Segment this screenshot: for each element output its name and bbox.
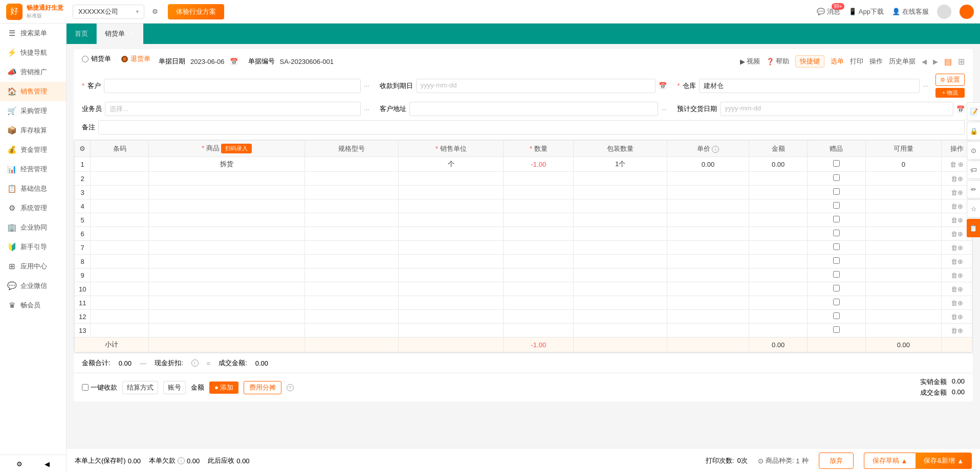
app-download-button[interactable]: 📱 App下载 xyxy=(848,7,884,16)
col-settings-header[interactable]: ⚙ xyxy=(75,141,91,157)
sidebar-item-app-center[interactable]: ⊞ 应用中心 xyxy=(0,257,66,276)
delete-icon[interactable]: 🗑 xyxy=(951,230,957,238)
copy-icon[interactable]: ⊕ xyxy=(957,258,963,265)
delete-icon[interactable]: 🗑 xyxy=(951,327,957,334)
customer-addr-dots-btn[interactable]: ··· xyxy=(661,105,667,113)
salesperson-dots-btn[interactable]: ··· xyxy=(364,105,369,113)
warehouse-input[interactable]: 建材仓 xyxy=(699,79,920,93)
calendar-icon[interactable]: 📅 xyxy=(230,58,238,65)
delete-icon[interactable]: 🗑 xyxy=(951,202,957,210)
customer-addr-input[interactable] xyxy=(409,102,659,116)
delivery-calendar-icon[interactable]: 📅 xyxy=(956,105,965,113)
save-draft-button[interactable]: 保存草稿 ▲ xyxy=(864,453,916,469)
row-product[interactable]: 拆货 xyxy=(149,157,305,172)
copy-icon[interactable]: ⊕ xyxy=(957,175,963,183)
print-btn[interactable]: 打印 xyxy=(850,57,863,66)
right-panel-btn-6[interactable]: ☆ xyxy=(967,199,980,218)
sidebar-item-enterprise[interactable]: 🏢 企业协同 xyxy=(0,218,66,237)
sidebar-item-operations[interactable]: 📊 经营管理 xyxy=(0,160,66,179)
sidebar-item-guide[interactable]: 🔰 新手引导 xyxy=(0,237,66,257)
history-btn[interactable]: 历史单据 xyxy=(889,57,916,66)
delete-icon[interactable]: 🗑 xyxy=(951,285,957,293)
delete-icon[interactable]: 🗑 xyxy=(951,216,957,224)
salesperson-input[interactable]: 选择... xyxy=(105,102,361,116)
avatar[interactable] xyxy=(937,5,951,19)
prev-icon[interactable]: ◀ xyxy=(922,58,927,65)
sidebar-collapse-icon[interactable]: ◀ xyxy=(45,460,50,468)
copy-icon[interactable]: ⊕ xyxy=(957,202,963,210)
delete-icon[interactable]: 🗑 xyxy=(951,272,957,279)
sidebar-item-system[interactable]: ⚙ 系统管理 xyxy=(0,198,66,218)
sidebar-item-finance[interactable]: 💰 资金管理 xyxy=(0,140,66,160)
warehouse-dots-btn[interactable]: ··· xyxy=(923,82,928,89)
one-click-payment-checkbox[interactable]: 一键收款 xyxy=(82,383,117,392)
copy-icon[interactable]: ⊕ xyxy=(957,189,963,196)
scan-button[interactable]: 扫码录入 xyxy=(221,144,252,153)
row-spec[interactable] xyxy=(305,157,399,172)
row-unit-price[interactable]: 0.00 xyxy=(667,157,749,172)
copy-icon[interactable]: ⊕ xyxy=(958,161,964,168)
discount-info-icon[interactable]: i xyxy=(191,359,199,367)
message-button[interactable]: 💬 消息 99+ xyxy=(817,7,840,16)
sidebar-item-quick-nav[interactable]: ⚡ 快捷导航 xyxy=(0,43,66,62)
fee-help-icon[interactable]: ? xyxy=(287,384,294,391)
row-barcode[interactable] xyxy=(91,157,149,172)
list-view-icon[interactable]: ▤ xyxy=(944,57,952,66)
avatar-2[interactable] xyxy=(960,5,974,19)
sidebar-item-purchase[interactable]: 🛒 采购管理 xyxy=(0,101,66,121)
sidebar-settings-icon[interactable]: ⚙ xyxy=(16,460,23,468)
next-icon[interactable]: ▶ xyxy=(933,58,938,65)
online-service-button[interactable]: 👤 在线客服 xyxy=(892,7,929,16)
copy-icon[interactable]: ⊕ xyxy=(957,327,963,334)
add-payment-button[interactable]: ● 添加 xyxy=(209,381,238,394)
video-btn[interactable]: ▶ 视频 xyxy=(740,57,760,66)
delete-icon[interactable]: 🗑 xyxy=(951,313,957,321)
payment-due-input[interactable]: yyyy-mm-dd xyxy=(416,79,656,93)
sidebar-item-member[interactable]: ♛ 畅会员 xyxy=(0,296,66,315)
close-tab-icon[interactable]: ✕ xyxy=(130,30,135,37)
row-gift[interactable] xyxy=(808,157,866,172)
remarks-input[interactable] xyxy=(98,120,965,134)
delivery-date-input[interactable]: yyyy-mm-dd xyxy=(720,102,953,116)
logistics-button[interactable]: + 物流 xyxy=(935,88,965,98)
copy-icon[interactable]: ⊕ xyxy=(957,244,963,252)
copy-icon[interactable]: ⊕ xyxy=(957,230,963,238)
payment-due-calendar-icon[interactable]: 📅 xyxy=(659,82,667,89)
save-new-button[interactable]: 保存&新增 ▲ xyxy=(916,453,972,469)
sales-order-radio[interactable]: 销货单 xyxy=(82,54,111,63)
right-panel-btn-5[interactable]: ✏ xyxy=(967,180,980,198)
delete-icon[interactable]: 🗑 xyxy=(951,258,957,265)
sidebar-item-search[interactable]: ☰ 搜索菜单 xyxy=(0,24,66,43)
sidebar-item-inventory[interactable]: 📦 库存核算 xyxy=(0,121,66,140)
copy-icon[interactable]: ⊕ xyxy=(957,216,963,224)
shortcut-btn[interactable]: 快捷键 xyxy=(795,55,824,67)
row-pack-qty[interactable]: 1个 xyxy=(574,157,667,172)
operate-btn[interactable]: 操作 xyxy=(869,57,883,66)
delete-icon[interactable]: 🗑 xyxy=(951,244,957,252)
right-panel-btn-1[interactable]: 📝 xyxy=(967,102,980,121)
copy-icon[interactable]: ⊕ xyxy=(957,313,963,321)
copy-icon[interactable]: ⊕ xyxy=(957,299,963,307)
delete-icon[interactable]: 🗑 xyxy=(951,189,957,196)
customer-dots-btn[interactable]: ··· xyxy=(364,82,369,89)
tab-home[interactable]: 首页 xyxy=(67,24,97,44)
tab-sales-order[interactable]: 销货单 ✕ xyxy=(97,24,143,44)
row-amount[interactable]: 0.00 xyxy=(749,157,808,172)
right-panel-btn-2[interactable]: 🔒 xyxy=(967,122,980,140)
return-order-radio[interactable]: 退货单 xyxy=(121,54,150,63)
select-btn[interactable]: 选单 xyxy=(831,57,844,66)
abandon-button[interactable]: 放弃 xyxy=(819,453,854,469)
right-panel-btn-3[interactable]: ⊙ xyxy=(967,141,980,160)
payment-method-select[interactable]: 结算方式 xyxy=(122,381,158,394)
trial-button[interactable]: 体验行业方案 xyxy=(168,4,224,19)
sidebar-item-base-info[interactable]: 📋 基础信息 xyxy=(0,179,66,198)
unit-price-info-icon[interactable]: i xyxy=(712,146,719,153)
sidebar-item-weixin[interactable]: 💬 企业微信 xyxy=(0,276,66,296)
settings-icon[interactable]: ⚙ xyxy=(147,4,163,19)
product-type-radio[interactable]: ⊙ xyxy=(758,457,764,465)
payment-account-input[interactable]: 账号 xyxy=(163,381,186,394)
row-unit[interactable]: 个 xyxy=(398,157,504,172)
company-selector[interactable]: XXXXXX公司 ▾ xyxy=(73,5,144,19)
customer-input[interactable] xyxy=(104,79,361,93)
sidebar-item-sales[interactable]: 🏠 销售管理 xyxy=(0,82,66,101)
